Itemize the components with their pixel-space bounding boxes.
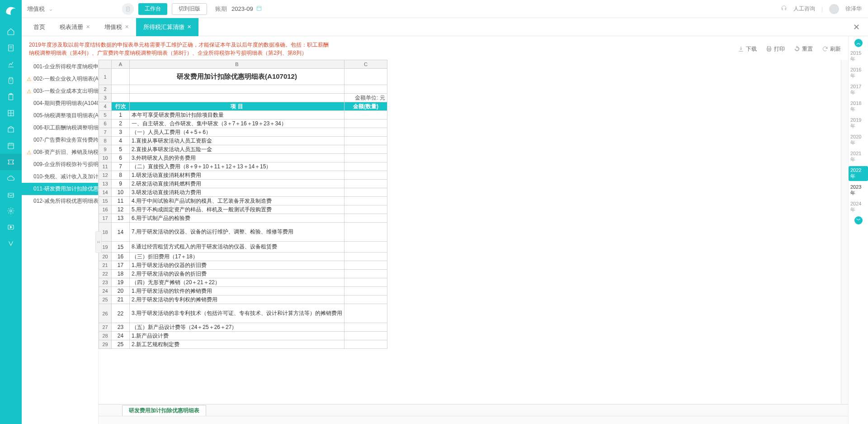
svg-rect-9 <box>257 6 261 10</box>
page-tab[interactable]: 税表清册✕ <box>52 18 97 36</box>
nav-video-icon[interactable] <box>0 219 22 235</box>
form-list: 001-企业所得税年度纳税申…⚠002-一般企业收入明细表(A…⚠003-一般企… <box>22 60 99 424</box>
sheet-tab[interactable]: 研发费用加计扣除优惠明细表 <box>122 405 206 416</box>
year-option[interactable]: 2023年 <box>849 183 868 198</box>
page-tabs: 首页税表清册✕增值税✕所得税汇算清缴✕✕ <box>22 18 868 36</box>
nav-home-icon[interactable] <box>0 24 22 40</box>
svg-rect-11 <box>767 48 771 50</box>
tax-type-selector[interactable]: 增值税 ⌄ <box>27 5 118 13</box>
nav-tax-icon[interactable] <box>0 154 22 170</box>
nav-cloud-icon[interactable] <box>0 170 22 186</box>
nav-inbox-icon[interactable] <box>0 186 22 203</box>
nav-calendar-icon[interactable] <box>0 138 22 154</box>
page-tab[interactable]: 首页 <box>26 18 52 36</box>
form-list-item[interactable]: 001-企业所得税年度纳税申… <box>22 61 98 73</box>
svg-rect-10 <box>768 47 771 48</box>
top-bar: 增值税 ⌄ 工作台 切到旧版 账期 2023-09 人工咨询 | 徐泽华 <box>22 0 868 18</box>
page-tab[interactable]: 增值税✕ <box>97 18 136 36</box>
nav-money-icon[interactable] <box>0 72 22 89</box>
nav-clipboard-icon[interactable] <box>0 89 22 105</box>
tax-type-label: 增值税 <box>27 5 45 13</box>
year-option[interactable]: 2015年 <box>849 49 868 64</box>
nav-building-icon[interactable] <box>0 121 22 138</box>
form-list-item[interactable]: 006-职工薪酬纳税调整明细… <box>22 122 98 134</box>
form-list-item[interactable]: 009-企业所得税弥补亏损明… <box>22 158 98 171</box>
refresh-button[interactable]: 刷新 <box>822 41 841 57</box>
nav-chart-icon[interactable] <box>0 56 22 72</box>
svg-rect-4 <box>8 143 14 149</box>
reset-button[interactable]: 重置 <box>794 41 813 57</box>
warning-text: 2019年度涉及取以前年度结转数据的申报表单元格需要手工维护正确，才能保证本年及… <box>29 41 332 57</box>
form-list-item[interactable]: ⚠008-资产折旧、摊销及纳税… <box>22 146 98 158</box>
svg-point-6 <box>10 210 12 212</box>
warning-icon: ⚠ <box>26 76 32 82</box>
horizontal-scrollbar[interactable] <box>99 416 848 424</box>
period-label: 账期 <box>215 5 227 13</box>
year-option[interactable]: 2022年 <box>849 166 868 181</box>
collapse-sidebar-handle[interactable]: ‹‹ <box>95 231 102 253</box>
download-button[interactable]: 下载 <box>738 41 757 57</box>
year-option[interactable]: 2019年 <box>849 116 868 131</box>
form-list-item[interactable]: ⚠002-一般企业收入明细表(A… <box>22 73 98 85</box>
year-rail: ︽ 2015年2016年2017年2018年2019年2020年2021年202… <box>848 36 868 424</box>
tab-close-icon[interactable]: ✕ <box>125 24 129 30</box>
year-option[interactable]: 2020年 <box>849 133 868 148</box>
toolbar-actions: 下载 打印 重置 刷新 <box>738 41 841 57</box>
chevron-down-icon: ⌄ <box>48 5 53 12</box>
nav-settings-icon[interactable] <box>0 203 22 219</box>
year-option[interactable]: 2016年 <box>849 66 868 81</box>
app-logo <box>4 3 18 17</box>
warning-icon: ⚠ <box>26 89 32 94</box>
consult-link[interactable]: 人工咨询 <box>793 5 815 13</box>
workbench-button[interactable]: 工作台 <box>138 3 167 15</box>
warning-icon: ⚠ <box>26 150 32 155</box>
form-list-item[interactable]: 010-免税、减计收入及加计… <box>22 171 98 183</box>
page-tab[interactable]: 所得税汇算清缴✕ <box>136 18 198 36</box>
vertical-scrollbar-gutter[interactable] <box>841 60 848 404</box>
form-list-item[interactable]: ⚠003-一般企业成本支出明细… <box>22 85 98 97</box>
form-list-item[interactable]: 012-减免所得税优惠明细表(… <box>22 195 98 207</box>
user-name[interactable]: 徐泽华 <box>845 5 862 13</box>
svg-rect-8 <box>127 7 130 11</box>
spreadsheet-grid[interactable]: ABC1研发费用加计扣除优惠明细表(A107012)23金额单位: 元4行次项 … <box>99 60 848 404</box>
svg-rect-5 <box>8 193 14 197</box>
content-area: 2019年度涉及取以前年度结转数据的申报表单元格需要手工维护正确，才能保证本年及… <box>22 36 868 424</box>
nav-v-icon[interactable] <box>0 235 22 252</box>
switch-old-button[interactable]: 切到旧版 <box>172 3 207 15</box>
print-button[interactable]: 打印 <box>766 41 785 57</box>
calendar-icon[interactable] <box>256 5 262 13</box>
headset-icon <box>781 5 787 13</box>
tab-close-icon[interactable]: ✕ <box>187 24 191 30</box>
nav-grid-icon[interactable] <box>0 105 22 121</box>
form-list-item[interactable]: 005-纳税调整项目明细表(A1… <box>22 110 98 122</box>
year-option[interactable]: 2024年 <box>849 200 868 214</box>
left-nav-rail <box>0 0 22 424</box>
form-list-item[interactable]: 004-期间费用明细表(A1040… <box>22 97 98 110</box>
year-option[interactable]: 2017年 <box>849 82 868 97</box>
sheet-tab-bar: 研发费用加计扣除优惠明细表 <box>99 404 848 416</box>
form-list-item[interactable]: 007-广告费和业务宣传费跨… <box>22 134 98 146</box>
avatar[interactable] <box>829 4 839 14</box>
year-option[interactable]: 2018年 <box>849 99 868 114</box>
separator: | <box>821 6 823 12</box>
year-down-button[interactable]: ︾ <box>854 216 863 224</box>
year-option[interactable]: 2021年 <box>849 149 868 164</box>
doc-icon-button[interactable] <box>122 3 134 15</box>
nav-doc-icon[interactable] <box>0 40 22 56</box>
form-list-item[interactable]: 011-研发费用加计扣除优惠… <box>22 183 98 195</box>
year-up-button[interactable]: ︽ <box>854 39 863 47</box>
tab-close-icon[interactable]: ✕ <box>86 24 90 30</box>
period-value[interactable]: 2023-09 <box>231 5 253 12</box>
close-page-button[interactable]: ✕ <box>849 20 863 34</box>
